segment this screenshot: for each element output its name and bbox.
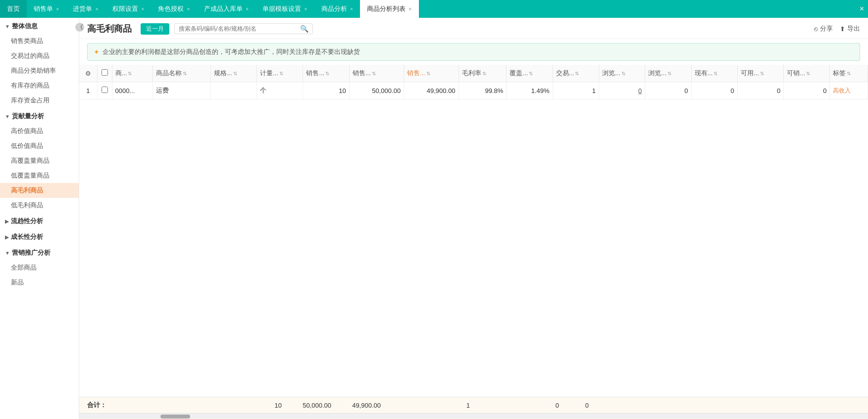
search-box: 🔍 bbox=[174, 23, 313, 34]
filter-recent-month-button[interactable]: 近一月 bbox=[141, 23, 169, 35]
close-role-auth-tab[interactable]: × bbox=[187, 6, 190, 12]
sort-icon-2: ⇅ bbox=[183, 71, 187, 76]
select-all-checkbox[interactable] bbox=[102, 69, 108, 76]
footer-available: 0 bbox=[562, 402, 592, 409]
row-unit: 个 bbox=[257, 82, 303, 99]
sidebar-item-stocked-goods[interactable]: 有库存的商品 bbox=[0, 78, 79, 93]
search-input[interactable] bbox=[179, 25, 300, 32]
footer-totals: 合计： 10 50,000.00 49,900.00 1 0 0 bbox=[79, 397, 868, 413]
sidebar-collapse-button[interactable]: 《 bbox=[75, 23, 84, 32]
col-browse2[interactable]: 浏览... ⇅ bbox=[645, 65, 691, 82]
nav-finished-goods[interactable]: 产成品入库单 × bbox=[197, 0, 255, 18]
nav-home[interactable]: 首页 bbox=[0, 0, 27, 18]
close-permission-tab[interactable]: × bbox=[141, 6, 144, 12]
col-browse1[interactable]: 浏览... ⇅ bbox=[599, 65, 645, 82]
sort-icon-7: ⇅ bbox=[426, 71, 430, 76]
top-navigation: 首页 销售单 × 进货单 × 权限设置 × 角色授权 × 产成品入库单 × 单据… bbox=[0, 0, 868, 18]
col-gross-margin[interactable]: 毛利率 ⇅ bbox=[459, 65, 507, 82]
col-trade[interactable]: 交易... ⇅ bbox=[553, 65, 599, 82]
col-checkbox[interactable] bbox=[97, 65, 112, 82]
close-template-tab[interactable]: × bbox=[304, 6, 307, 12]
nav-role-auth[interactable]: 角色授权 × bbox=[151, 0, 197, 18]
col-current-stock[interactable]: 现有... ⇅ bbox=[691, 65, 737, 82]
share-button[interactable]: ⎋ 分享 bbox=[814, 24, 833, 33]
nav-product-analysis[interactable]: 商品分析 × bbox=[314, 0, 360, 18]
sidebar-group-overall[interactable]: ▼ 整体信息 bbox=[0, 18, 79, 34]
footer-sales-qty bbox=[116, 402, 245, 409]
sidebar-item-high-value[interactable]: 高价值商品 bbox=[0, 124, 79, 139]
footer-sales-cost: 49,900.00 bbox=[334, 402, 384, 409]
close-all-tabs[interactable]: × bbox=[860, 4, 864, 13]
col-coverage[interactable]: 覆盖... ⇅ bbox=[507, 65, 553, 82]
search-icon[interactable]: 🔍 bbox=[300, 25, 308, 33]
sidebar-item-high-margin[interactable]: 高毛利商品 bbox=[0, 183, 79, 198]
sidebar-item-sales-goods[interactable]: 销售类商品 bbox=[0, 34, 79, 48]
row-browse1[interactable]: 0 bbox=[599, 82, 645, 99]
chevron-right-icon: ▶ bbox=[5, 219, 9, 224]
share-icon: ⎋ bbox=[814, 25, 818, 33]
row-checkbox-cell[interactable] bbox=[97, 82, 112, 99]
horizontal-scrollbar[interactable] bbox=[79, 413, 868, 419]
row-coverage: 1.49% bbox=[507, 82, 553, 99]
nav-template-settings[interactable]: 单据模板设置 × bbox=[255, 0, 314, 18]
sort-icon-8: ⇅ bbox=[482, 71, 486, 76]
row-checkbox[interactable] bbox=[102, 87, 108, 93]
nav-purchase-order[interactable]: 进货单 × bbox=[66, 0, 105, 18]
sort-icon-15: ⇅ bbox=[806, 71, 810, 76]
col-unit[interactable]: 计量... ⇅ bbox=[257, 65, 303, 82]
close-purchase-order-tab[interactable]: × bbox=[95, 6, 98, 12]
col-spec[interactable]: 规格... ⇅ bbox=[210, 65, 256, 82]
close-product-analysis-list-tab[interactable]: × bbox=[408, 6, 411, 12]
scrollbar-thumb[interactable] bbox=[160, 415, 190, 419]
sidebar-item-high-coverage[interactable]: 高覆盖量商品 bbox=[0, 153, 79, 168]
sidebar-item-category-rate[interactable]: 商品分类助销率 bbox=[0, 63, 79, 78]
row-trade: 1 bbox=[553, 82, 599, 99]
sidebar-item-all-goods[interactable]: 全部商品 bbox=[0, 260, 79, 275]
sidebar-item-new-goods[interactable]: 新品 bbox=[0, 275, 79, 290]
col-available[interactable]: 可用... ⇅ bbox=[737, 65, 783, 82]
close-product-analysis-tab[interactable]: × bbox=[350, 6, 353, 12]
sidebar-item-inventory-capital[interactable]: 库存资金占用 bbox=[0, 93, 79, 108]
footer-empty3 bbox=[473, 402, 503, 409]
page-title: 高毛利商品 bbox=[87, 23, 132, 35]
chevron-down-icon-2: ▼ bbox=[5, 114, 10, 119]
row-saleable: 0 bbox=[784, 82, 830, 99]
col-sales-cost[interactable]: 销售... ⇅ bbox=[404, 65, 459, 82]
footer-trade: 1 bbox=[443, 402, 473, 409]
main-layout: ▼ 整体信息 销售类商品 交易过的商品 商品分类助销率 有库存的商品 库存资金占… bbox=[0, 18, 868, 419]
nav-product-analysis-list[interactable]: 商品分析列表 × bbox=[360, 0, 418, 18]
sidebar-group-trend[interactable]: ▶ 流趋性分析 bbox=[0, 213, 79, 229]
export-icon: ⬆ bbox=[840, 25, 845, 33]
sidebar-group-growth[interactable]: ▶ 成长性分析 bbox=[0, 229, 79, 244]
info-icon: ✦ bbox=[94, 48, 100, 56]
close-sales-order-tab[interactable]: × bbox=[56, 6, 59, 12]
sort-icon-16: ⇅ bbox=[847, 71, 851, 76]
col-tag[interactable]: 标签 ⇅ bbox=[830, 65, 868, 82]
sidebar-item-low-value[interactable]: 低价值商品 bbox=[0, 139, 79, 153]
col-saleable[interactable]: 可销... ⇅ bbox=[784, 65, 830, 82]
row-current-stock: 0 bbox=[691, 82, 737, 99]
col-name[interactable]: 商品名称 ⇅ bbox=[153, 65, 210, 82]
col-settings[interactable]: ⚙ bbox=[79, 65, 97, 82]
col-sales-qty[interactable]: 销售... ⇅ bbox=[303, 65, 349, 82]
sidebar-group-marketing[interactable]: ▼ 营销推广分析 bbox=[0, 244, 79, 260]
sidebar-group-contribution[interactable]: ▼ 贡献量分析 bbox=[0, 108, 79, 124]
sort-icon-5: ⇅ bbox=[325, 71, 329, 76]
chevron-down-icon: ▼ bbox=[5, 24, 10, 29]
col-sales-amt[interactable]: 销售... ⇅ bbox=[349, 65, 404, 82]
footer-sales-amt: 50,000.00 bbox=[285, 402, 334, 409]
row-tag: 高收入 bbox=[830, 82, 868, 99]
nav-permission-settings[interactable]: 权限设置 × bbox=[105, 0, 151, 18]
row-index: 1 bbox=[79, 82, 97, 99]
export-button[interactable]: ⬆ 导出 bbox=[840, 24, 860, 33]
sidebar-item-low-margin[interactable]: 低毛利商品 bbox=[0, 198, 79, 213]
footer-empty4 bbox=[503, 402, 532, 409]
nav-sales-order[interactable]: 销售单 × bbox=[27, 0, 66, 18]
sort-icon-6: ⇅ bbox=[372, 71, 376, 76]
close-finished-goods-tab[interactable]: × bbox=[246, 6, 249, 12]
header-actions: ⎋ 分享 ⬆ 导出 bbox=[814, 24, 860, 33]
footer-empty1 bbox=[384, 402, 413, 409]
sidebar-item-low-coverage[interactable]: 低覆盖量商品 bbox=[0, 168, 79, 183]
sidebar-item-traded-goods[interactable]: 交易过的商品 bbox=[0, 48, 79, 63]
col-code[interactable]: 商... ⇅ bbox=[112, 65, 153, 82]
